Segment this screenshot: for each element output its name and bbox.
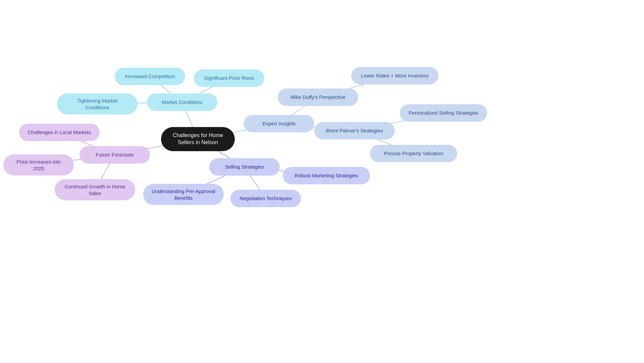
- node-price-increases[interactable]: Price Increases into 2025: [3, 155, 74, 176]
- node-label-center: Challenges for Home Sellers in Nelson: [170, 132, 225, 146]
- node-label-precise-valuation: Precise Property Valuation: [384, 150, 443, 157]
- mindmap-container: Challenges for Home Sellers in NelsonMar…: [0, 0, 644, 363]
- node-label-expert-insights: Expert Insights: [262, 120, 296, 127]
- node-label-challenges-local: Challenges in Local Markets: [28, 129, 91, 136]
- node-label-understanding-preapproval: Understanding Pre-Approval Benefits: [151, 188, 216, 201]
- node-label-personalized-selling: Personalized Selling Strategies: [409, 110, 478, 116]
- node-label-increased-competition: Increased Competition: [125, 73, 175, 80]
- node-market-conditions[interactable]: Market Conditions: [147, 94, 217, 111]
- node-challenges-local[interactable]: Challenges in Local Markets: [19, 124, 100, 141]
- node-understanding-preapproval[interactable]: Understanding Pre-Approval Benefits: [143, 184, 224, 205]
- node-label-negotiation-techniques: Negotiation Techniques: [239, 195, 292, 202]
- node-center[interactable]: Challenges for Home Sellers in Nelson: [161, 127, 235, 151]
- node-label-mike-duffy: Mike Duffy's Perspective: [290, 94, 345, 101]
- node-negotiation-techniques[interactable]: Negotiation Techniques: [230, 190, 301, 207]
- node-lower-rates[interactable]: Lower Rates + More Inventory: [351, 67, 438, 84]
- node-label-tightening-market: Tightening Market Conditions: [65, 98, 129, 111]
- node-label-future-forecasts: Future Forecasts: [96, 152, 133, 158]
- node-robust-marketing[interactable]: Robust Marketing Strategies: [283, 167, 370, 184]
- node-label-selling-strategies: Selling Strategies: [225, 164, 264, 170]
- node-selling-strategies[interactable]: Selling Strategies: [209, 158, 280, 176]
- node-significant-price-rises[interactable]: Significant Price Rises: [194, 69, 264, 87]
- node-increased-competition[interactable]: Increased Competition: [115, 68, 185, 85]
- node-future-forecasts[interactable]: Future Forecasts: [79, 146, 150, 164]
- node-label-significant-price-rises: Significant Price Rises: [204, 75, 254, 81]
- node-label-price-increases: Price Increases into 2025: [11, 159, 66, 172]
- node-mike-duffy[interactable]: Mike Duffy's Perspective: [278, 88, 358, 106]
- node-continued-growth[interactable]: Continued Growth in Home Sales: [55, 179, 135, 200]
- node-label-robust-marketing: Robust Marketing Strategies: [294, 172, 358, 179]
- node-precise-valuation[interactable]: Precise Property Valuation: [370, 145, 457, 162]
- node-label-continued-growth: Continued Growth in Home Sales: [63, 183, 127, 196]
- node-tightening-market[interactable]: Tightening Market Conditions: [57, 94, 138, 115]
- node-personalized-selling[interactable]: Personalized Selling Strategies: [400, 104, 487, 122]
- node-expert-insights[interactable]: Expert Insights: [244, 115, 314, 132]
- node-brent-palmer[interactable]: Brent Palmer's Strategies: [314, 122, 395, 139]
- node-label-lower-rates: Lower Rates + More Inventory: [361, 72, 428, 79]
- node-label-brent-palmer: Brent Palmer's Strategies: [326, 127, 383, 134]
- node-label-market-conditions: Market Conditions: [162, 99, 203, 106]
